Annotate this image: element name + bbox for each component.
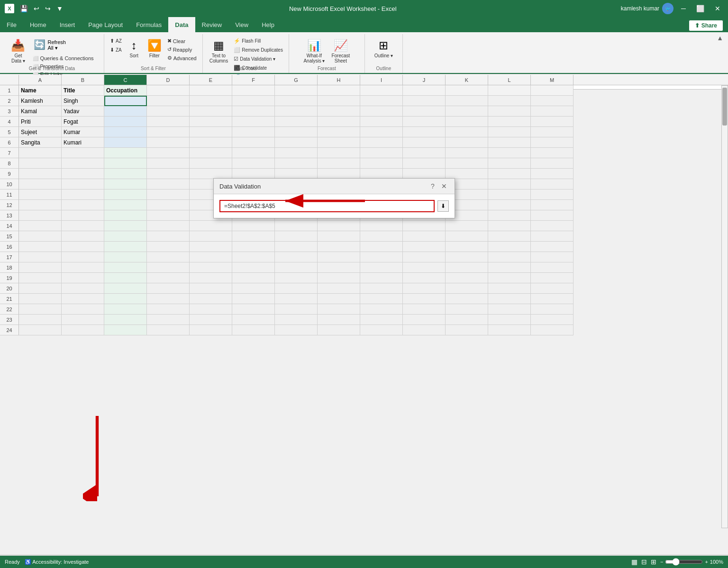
cell-C24[interactable]	[104, 325, 147, 335]
cell-D6[interactable]	[147, 137, 190, 148]
cell-M10[interactable]	[531, 179, 573, 189]
cell-C10[interactable]	[104, 179, 147, 189]
cell-J5[interactable]	[403, 127, 446, 137]
cell-D24[interactable]	[147, 325, 190, 335]
cell-L2[interactable]	[488, 96, 531, 106]
cell-G19[interactable]	[275, 273, 318, 283]
cell-C18[interactable]	[104, 262, 147, 273]
cell-J2[interactable]	[403, 96, 446, 106]
row-num-1[interactable]: 1	[0, 85, 19, 96]
cell-J8[interactable]	[403, 158, 446, 169]
cell-M11[interactable]	[531, 189, 573, 200]
cell-L21[interactable]	[488, 294, 531, 304]
row-num-20[interactable]: 20	[0, 283, 19, 294]
cell-D21[interactable]	[147, 294, 190, 304]
cell-D15[interactable]	[147, 231, 190, 242]
cell-K14[interactable]	[446, 221, 488, 231]
cell-G9[interactable]	[275, 169, 318, 179]
cell-H16[interactable]	[318, 242, 360, 252]
cell-F1[interactable]	[232, 85, 275, 96]
cell-M15[interactable]	[531, 231, 573, 242]
cell-B15[interactable]	[62, 231, 104, 242]
cell-H2[interactable]	[318, 96, 360, 106]
cell-K6[interactable]	[446, 137, 488, 148]
cell-H6[interactable]	[318, 137, 360, 148]
customize-qat-button[interactable]: ▼	[55, 4, 65, 13]
clear-button[interactable]: ✖ Clear	[165, 37, 199, 45]
row-num-2[interactable]: 2	[0, 96, 19, 106]
cell-H17[interactable]	[318, 252, 360, 262]
tab-help[interactable]: Help	[255, 17, 281, 32]
cell-E24[interactable]	[190, 325, 232, 335]
refresh-all-button[interactable]: 🔄 Refresh All ▾	[31, 37, 95, 53]
cell-L5[interactable]	[488, 127, 531, 137]
cell-B17[interactable]	[62, 252, 104, 262]
cell-I2[interactable]	[360, 96, 403, 106]
cell-E22[interactable]	[190, 304, 232, 315]
cell-E21[interactable]	[190, 294, 232, 304]
cell-E14[interactable]	[190, 221, 232, 231]
cell-I16[interactable]	[360, 242, 403, 252]
cell-C12[interactable]	[104, 200, 147, 210]
cell-G5[interactable]	[275, 127, 318, 137]
row-num-16[interactable]: 16	[0, 242, 19, 252]
cell-D3[interactable]	[147, 106, 190, 117]
restore-button[interactable]: ⬜	[693, 4, 707, 13]
cell-M14[interactable]	[531, 221, 573, 231]
row-num-8[interactable]: 8	[0, 158, 19, 169]
queries-connections-button[interactable]: ⬜ Queries & Connections	[31, 54, 95, 62]
cell-K19[interactable]	[446, 273, 488, 283]
row-num-13[interactable]: 13	[0, 210, 19, 221]
cell-I17[interactable]	[360, 252, 403, 262]
cell-D2[interactable]	[147, 96, 190, 106]
cell-I21[interactable]	[360, 294, 403, 304]
cell-I5[interactable]	[360, 127, 403, 137]
cell-C15[interactable]	[104, 231, 147, 242]
cell-E23[interactable]	[190, 315, 232, 325]
page-break-view-button[interactable]: ⊞	[651, 558, 656, 566]
cell-D12[interactable]	[147, 200, 190, 210]
cell-G17[interactable]	[275, 252, 318, 262]
col-header-L[interactable]: L	[488, 75, 531, 85]
cell-A1[interactable]: Name	[19, 85, 62, 96]
cell-B5[interactable]: Kumar	[62, 127, 104, 137]
cell-H15[interactable]	[318, 231, 360, 242]
data-validation-button[interactable]: ☑Data Validation ▾	[232, 55, 285, 63]
cell-D20[interactable]	[147, 283, 190, 294]
tab-home[interactable]: Home	[23, 17, 53, 32]
cell-M9[interactable]	[531, 169, 573, 179]
cell-K2[interactable]	[446, 96, 488, 106]
cell-J18[interactable]	[403, 262, 446, 273]
cell-M24[interactable]	[531, 325, 573, 335]
cell-B18[interactable]	[62, 262, 104, 273]
cell-F16[interactable]	[232, 242, 275, 252]
row-num-12[interactable]: 12	[0, 200, 19, 210]
dialog-help-button[interactable]: ?	[428, 181, 437, 191]
flash-fill-button[interactable]: ⚡Flash Fill	[232, 37, 285, 45]
cell-I19[interactable]	[360, 273, 403, 283]
cell-B13[interactable]	[62, 210, 104, 221]
cell-H21[interactable]	[318, 294, 360, 304]
col-header-J[interactable]: J	[403, 75, 446, 85]
outline-button[interactable]: ⊞ Outline ▾	[372, 37, 396, 60]
cell-B1[interactable]: Title	[62, 85, 104, 96]
cell-B16[interactable]	[62, 242, 104, 252]
cell-K8[interactable]	[446, 158, 488, 169]
cell-C1[interactable]: Occupation	[104, 85, 147, 96]
cell-A12[interactable]	[19, 200, 62, 210]
cell-B12[interactable]	[62, 200, 104, 210]
cell-A11[interactable]	[19, 189, 62, 200]
cell-C21[interactable]	[104, 294, 147, 304]
row-num-3[interactable]: 3	[0, 106, 19, 117]
cell-C7[interactable]	[104, 148, 147, 158]
cell-L4[interactable]	[488, 117, 531, 127]
save-button[interactable]: 💾	[18, 4, 30, 13]
cell-K21[interactable]	[446, 294, 488, 304]
get-data-button[interactable]: 📥 GetData ▾	[8, 37, 28, 65]
cell-L3[interactable]	[488, 106, 531, 117]
cell-M13[interactable]	[531, 210, 573, 221]
redo-button[interactable]: ↪	[43, 4, 53, 13]
cell-F22[interactable]	[232, 304, 275, 315]
cell-C19[interactable]	[104, 273, 147, 283]
cell-H18[interactable]	[318, 262, 360, 273]
